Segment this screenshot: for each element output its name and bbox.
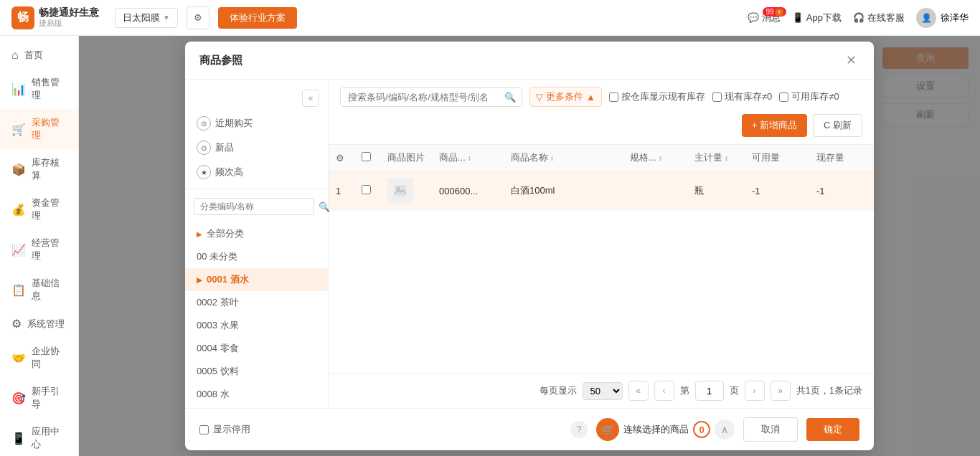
cat-label-0001: 0001 酒水 [207, 273, 249, 286]
sidebar-item-management[interactable]: 📈 经营管理 [0, 229, 78, 270]
prev-page-button[interactable]: ‹ [654, 381, 674, 401]
logo-icon: 畅 [11, 6, 34, 29]
show-disabled-text: 显示停用 [213, 423, 250, 436]
sidebar-item-purchase[interactable]: 🛒 采购管理 [0, 109, 78, 149]
checkbox-stock-not-zero[interactable]: 现有库存≠0 [712, 90, 772, 103]
sidebar-item-inventory[interactable]: 📦 库存核算 [0, 149, 78, 189]
first-page-button[interactable]: « [628, 381, 649, 401]
th-settings[interactable]: ⚙ [329, 145, 354, 171]
filter-up-icon: ▲ [586, 92, 595, 103]
right-panel: 🔍 ▽ 更多条件 ▲ 按仓库显示现有库存 [329, 80, 874, 408]
cell-name: 白酒100ml [504, 171, 623, 211]
chevron-down-icon: ▼ [163, 14, 170, 22]
sidebar-label-finance: 资金管理 [32, 196, 67, 222]
collapse-footer-button[interactable]: ∧ [715, 419, 735, 440]
recent-icon: ⊙ [197, 116, 211, 130]
category-list: ▶ 全部分类 00 未分类 ▶ 0001 酒水 0002 茶叶 [185, 219, 328, 402]
settings-icon[interactable]: ⚙ [187, 6, 209, 29]
sidebar-item-finance[interactable]: 💰 资金管理 [0, 189, 78, 229]
page-label: 第 [680, 384, 689, 397]
last-page-button[interactable]: » [771, 381, 791, 401]
checkbox-avail-not-zero-input[interactable] [779, 92, 788, 102]
cell-spec [623, 171, 687, 211]
trial-button[interactable]: 体验行业方案 [218, 7, 297, 29]
th-spec[interactable]: 规格... ↕ [623, 145, 687, 171]
branch-selector[interactable]: 日太阳膜 ▼ [115, 8, 178, 28]
th-image: 商品图片 [380, 145, 432, 171]
th-code[interactable]: 商品... ↕ [432, 145, 504, 171]
quick-item-new[interactable]: ⊙ 新品 [185, 136, 328, 160]
inventory-icon: 📦 [11, 163, 26, 176]
cancel-button[interactable]: 取消 [743, 417, 798, 442]
user-area[interactable]: 👤 徐泽华 [916, 8, 969, 28]
table-row[interactable]: 1 [329, 171, 874, 211]
add-product-button[interactable]: + 新增商品 [742, 114, 807, 137]
cat-item-0004[interactable]: 0004 零食 [185, 337, 328, 360]
cat-item-0008[interactable]: 0008 水 [185, 383, 328, 402]
category-search-input[interactable] [194, 198, 314, 215]
cart-icon[interactable]: 🛒 [596, 418, 619, 441]
sidebar-label-appstore: 应用中心 [32, 425, 67, 451]
cat-item-00[interactable]: 00 未分类 [185, 245, 328, 268]
checkbox-by-warehouse-label: 按仓库显示现有库存 [621, 90, 705, 103]
refresh-button[interactable]: C 刷新 [813, 114, 862, 137]
cat-item-0005[interactable]: 0005 饮料 [185, 360, 328, 383]
row-checkbox[interactable] [362, 185, 371, 194]
cell-checkbox[interactable] [354, 171, 380, 211]
help-icon[interactable]: ? [570, 421, 588, 438]
product-search-icon[interactable]: 🔍 [499, 88, 522, 106]
sidebar-item-system[interactable]: ⚙ 系统管理 [0, 310, 78, 338]
home-icon: ⌂ [11, 49, 19, 62]
phone-icon: 📱 [792, 12, 804, 23]
next-page-button[interactable]: › [745, 381, 765, 401]
sidebar-item-guide[interactable]: 🎯 新手引导 [0, 378, 78, 418]
sidebar-item-home[interactable]: ⌂ 首页 [0, 42, 78, 69]
collapse-button[interactable]: « [302, 90, 319, 107]
filter-btn-label: 更多条件 [546, 90, 583, 103]
product-search-input[interactable] [341, 88, 499, 106]
modal-close-button[interactable]: ✕ [842, 52, 859, 69]
sidebar-item-basic[interactable]: 📋 基础信息 [0, 270, 78, 310]
page-number-input[interactable] [695, 381, 724, 401]
confirm-button[interactable]: 确定 [806, 418, 859, 441]
cat-arrow-all: ▶ [197, 230, 202, 238]
top-header: 畅 畅捷通好生意 捷易版 日太阳膜 ▼ ⚙ 体验行业方案 💬 消息 99+ 📱 … [0, 0, 980, 36]
show-disabled-label[interactable]: 显示停用 [199, 423, 250, 436]
th-unit[interactable]: 主计量 ↕ [687, 145, 745, 171]
checkbox-stock-not-zero-input[interactable] [712, 92, 722, 102]
page-size-select[interactable]: 50 10 20 100 [583, 382, 623, 400]
quick-label-new: 新品 [215, 141, 234, 154]
username: 徐泽华 [941, 11, 969, 24]
enterprise-icon: 🤝 [11, 351, 26, 365]
product-search-wrap: 🔍 [340, 87, 522, 107]
cat-item-0002[interactable]: 0002 茶叶 [185, 291, 328, 314]
th-name[interactable]: 商品名称 ↕ [504, 145, 623, 171]
select-all-checkbox[interactable] [362, 152, 371, 161]
cat-item-0001[interactable]: ▶ 0001 酒水 [185, 268, 328, 291]
cat-item-all[interactable]: ▶ 全部分类 [185, 222, 328, 245]
sidebar-label-purchase: 采购管理 [32, 116, 67, 142]
logo-area: 畅 畅捷通好生意 捷易版 [11, 6, 99, 29]
quick-item-frequent[interactable]: ★ 频次高 [185, 160, 328, 184]
more-filter-button[interactable]: ▽ 更多条件 ▲ [529, 87, 602, 107]
quick-item-recent[interactable]: ⊙ 近期购买 [185, 111, 328, 136]
sidebar-item-sales[interactable]: 📊 销售管理 [0, 69, 78, 109]
checkbox-avail-not-zero[interactable]: 可用库存≠0 [779, 90, 839, 103]
page-size-label: 每页显示 [540, 384, 577, 397]
messages-item[interactable]: 💬 消息 99+ [748, 11, 781, 24]
modal-body: « ⊙ 近期购买 ⊙ 新品 ★ 频次高 [185, 80, 874, 408]
cat-item-0003[interactable]: 0003 水果 [185, 314, 328, 337]
checkbox-by-warehouse-input[interactable] [609, 92, 618, 102]
sidebar-item-appstore[interactable]: 📱 应用中心 [0, 418, 78, 456]
cell-code: 000600... [432, 171, 504, 211]
cart-text: 连续选择的商品 [623, 423, 689, 436]
sidebar-item-enterprise[interactable]: 🤝 企业协同 [0, 338, 78, 378]
app-download-item[interactable]: 📱 App下载 [792, 11, 842, 24]
checkbox-stock-not-zero-label: 现有库存≠0 [725, 90, 772, 103]
app-download-label: App下载 [806, 11, 842, 24]
checkbox-by-warehouse[interactable]: 按仓库显示现有库存 [609, 90, 705, 103]
show-disabled-checkbox[interactable] [199, 425, 209, 434]
new-icon: ⊙ [197, 141, 211, 155]
online-service-item[interactable]: 🎧 在线客服 [853, 11, 905, 24]
cell-index: 1 [329, 171, 354, 211]
